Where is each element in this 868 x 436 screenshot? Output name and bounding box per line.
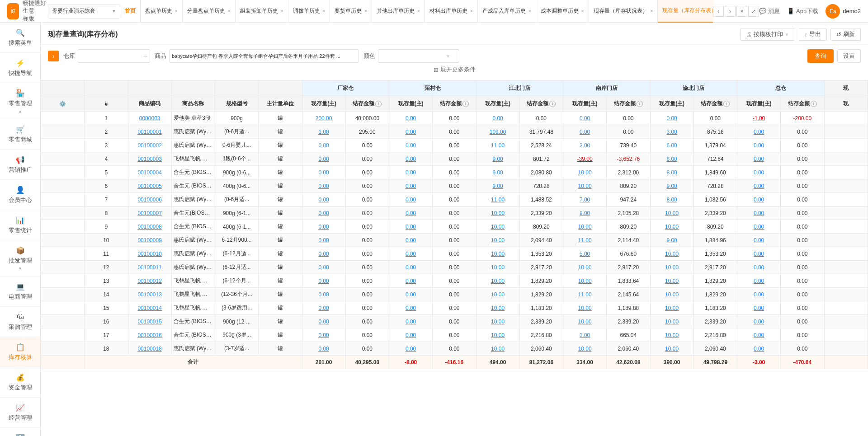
- td-jiangbei-qty[interactable]: 9.00: [476, 179, 519, 193]
- td-jiangbei-qty[interactable]: 10.00: [476, 328, 519, 342]
- td-nanan-qty[interactable]: 10.00: [563, 342, 607, 356]
- sidebar-item-members[interactable]: 👤 会员中心: [0, 180, 40, 210]
- td-nanan-qty[interactable]: 11.00: [563, 234, 607, 247]
- td-code[interactable]: 00100010: [128, 247, 171, 261]
- td-zongcang-qty[interactable]: 0.00: [737, 342, 781, 356]
- td-yubei-qty[interactable]: 10.00: [650, 328, 693, 342]
- td-nanan-qty[interactable]: 0.00: [563, 112, 607, 125]
- td-jiangbei-qty[interactable]: 10.00: [476, 274, 519, 288]
- td-zongcang-qty[interactable]: 0.00: [737, 315, 781, 328]
- td-code[interactable]: 00100016: [128, 328, 171, 342]
- td-jiangbei-qty[interactable]: 10.00: [476, 315, 519, 328]
- td-changjia-qty[interactable]: 0.00: [302, 220, 345, 234]
- td-zongcang-qty[interactable]: 0.00: [737, 328, 781, 342]
- td-nanan-qty[interactable]: 10.00: [563, 274, 607, 288]
- td-code[interactable]: 00100015: [128, 315, 171, 328]
- td-nanan-qty[interactable]: 5.00: [563, 247, 607, 261]
- tab-stock-status[interactable]: 现存量（库存状况表） ×: [589, 0, 658, 23]
- td-yubei-qty[interactable]: 8.00: [650, 152, 693, 166]
- td-nanan-qty[interactable]: 9.00: [563, 206, 607, 220]
- tab-close-icon[interactable]: ×: [470, 9, 473, 14]
- td-jiangbei-qty[interactable]: 11.00: [476, 193, 519, 206]
- td-mucu-qty[interactable]: 0.00: [389, 206, 433, 220]
- tab-expand-button[interactable]: ⤢: [748, 6, 759, 17]
- td-mucu-qty[interactable]: 0.00: [389, 234, 433, 247]
- td-jiangbei-qty[interactable]: 9.00: [476, 166, 519, 179]
- td-code[interactable]: 00100018: [128, 342, 171, 356]
- tab-stock-distribution[interactable]: 现存量（库存分布表） ×: [658, 0, 713, 23]
- td-nanan-qty[interactable]: 10.00: [563, 261, 607, 274]
- td-changjia-qty[interactable]: 0.00: [302, 247, 345, 261]
- td-changjia-qty[interactable]: 0.00: [302, 152, 345, 166]
- td-zongcang-qty[interactable]: 0.00: [737, 288, 781, 301]
- td-changjia-qty[interactable]: 0.00: [302, 301, 345, 315]
- td-zongcang-qty[interactable]: 0.00: [737, 125, 781, 139]
- td-nanan-qty[interactable]: -39.00: [563, 152, 607, 166]
- tab-quantity-count[interactable]: 分量盘点单历史 ×: [183, 0, 236, 23]
- td-changjia-qty[interactable]: 0.00: [302, 342, 345, 356]
- td-jiangbei-qty[interactable]: 10.00: [476, 301, 519, 315]
- td-jiangbei-qty[interactable]: 109.00: [476, 125, 519, 139]
- td-code[interactable]: 00100008: [128, 220, 171, 234]
- td-changjia-qty[interactable]: 0.00: [302, 139, 345, 152]
- tab-close-icon[interactable]: ×: [323, 9, 326, 14]
- td-code[interactable]: 00100013: [128, 288, 171, 301]
- td-code[interactable]: 00100012: [128, 274, 171, 288]
- info-icon[interactable]: i: [549, 101, 556, 107]
- td-code[interactable]: 00100002: [128, 139, 171, 152]
- td-mucu-qty[interactable]: 0.00: [389, 315, 433, 328]
- expand-conditions-button[interactable]: ⊞ 展开更多条件: [434, 66, 476, 74]
- td-jiangbei-qty[interactable]: 10.00: [476, 206, 519, 220]
- tab-close-icon[interactable]: ×: [651, 9, 653, 14]
- td-code[interactable]: 00100014: [128, 301, 171, 315]
- td-mucu-qty[interactable]: 0.00: [389, 220, 433, 234]
- td-yubei-qty[interactable]: 10.00: [650, 206, 693, 220]
- sidebar-item-search[interactable]: 🔍 搜索英单: [0, 23, 40, 53]
- tab-prev-button[interactable]: ‹: [713, 6, 724, 17]
- filter-toggle-button[interactable]: ›: [48, 51, 59, 61]
- td-yubei-qty[interactable]: 10.00: [650, 261, 693, 274]
- td-jiangbei-qty[interactable]: 10.00: [476, 261, 519, 274]
- td-changjia-qty[interactable]: 0.00: [302, 206, 345, 220]
- product-input[interactable]: [169, 49, 359, 63]
- td-changjia-qty[interactable]: 0.00: [302, 166, 345, 179]
- sidebar-item-operations[interactable]: 📈 经营管理: [0, 398, 40, 428]
- td-mucu-qty[interactable]: 0.00: [389, 261, 433, 274]
- sidebar-item-retail[interactable]: 🏪 零售管理: [0, 83, 40, 119]
- sidebar-item-purchase[interactable]: 🛍 采购管理: [0, 307, 40, 337]
- sidebar-item-finance[interactable]: 💰 资金管理: [0, 367, 40, 398]
- td-yubei-qty[interactable]: 8.00: [650, 166, 693, 179]
- td-jiangbei-qty[interactable]: 10.00: [476, 247, 519, 261]
- td-mucu-qty[interactable]: 0.00: [389, 125, 433, 139]
- td-yubei-qty[interactable]: 0.00: [650, 112, 693, 125]
- tab-inventory-count[interactable]: 盘点单历史 ×: [141, 0, 183, 23]
- td-nanan-qty[interactable]: 10.00: [563, 301, 607, 315]
- td-mucu-qty[interactable]: 0.00: [389, 139, 433, 152]
- td-zongcang-qty[interactable]: 0.00: [737, 139, 781, 152]
- tab-home[interactable]: 首页: [120, 0, 141, 23]
- tab-close-icon[interactable]: ×: [228, 9, 231, 14]
- td-zongcang-qty[interactable]: 0.00: [737, 301, 781, 315]
- td-mucu-qty[interactable]: 0.00: [389, 193, 433, 206]
- message-button[interactable]: 💬 消息: [759, 7, 780, 15]
- tab-material-out[interactable]: 材料出库单历史 ×: [425, 0, 478, 23]
- td-zongcang-qty[interactable]: 0.00: [737, 193, 781, 206]
- print-button[interactable]: 🖨 按模板打印 ▼: [740, 28, 795, 41]
- tab-close-icon[interactable]: ×: [417, 9, 420, 14]
- td-zongcang-qty[interactable]: 0.00: [737, 247, 781, 261]
- td-mucu-qty[interactable]: 0.00: [389, 342, 433, 356]
- td-nanan-qty[interactable]: 10.00: [563, 166, 607, 179]
- search-button[interactable]: 查询: [807, 49, 834, 63]
- tab-transfer[interactable]: 调拨单历史 ×: [288, 0, 330, 23]
- td-zongcang-qty[interactable]: 0.00: [737, 234, 781, 247]
- info-icon[interactable]: i: [375, 101, 382, 107]
- td-yubei-qty[interactable]: 10.00: [650, 220, 693, 234]
- td-changjia-qty[interactable]: 200.00: [302, 112, 345, 125]
- tab-close-icon[interactable]: ×: [528, 9, 531, 14]
- td-changjia-qty[interactable]: 0.00: [302, 193, 345, 206]
- settings-button[interactable]: 设置: [837, 49, 861, 63]
- tab-close-icon[interactable]: ×: [364, 9, 367, 14]
- td-nanan-qty[interactable]: 10.00: [563, 315, 607, 328]
- td-changjia-qty[interactable]: 0.00: [302, 274, 345, 288]
- sidebar-item-marketing[interactable]: 📢 营销推广: [0, 150, 40, 180]
